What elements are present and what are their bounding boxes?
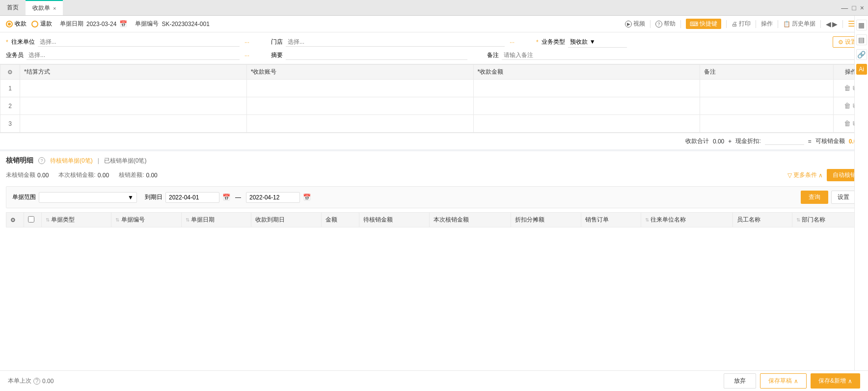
operation-btn[interactable]: 操作: [761, 20, 773, 28]
discount-input[interactable]: [765, 138, 804, 145]
minimize-icon[interactable]: —: [841, 4, 848, 12]
bottom-info-icon[interactable]: ?: [33, 378, 40, 385]
net-label: 可核销金额: [815, 137, 845, 145]
row-amount-3[interactable]: [473, 115, 700, 133]
due-date-to-cal-icon[interactable]: 📅: [303, 194, 311, 201]
refund-radio-dot: [31, 21, 38, 28]
maximize-icon[interactable]: □: [852, 4, 856, 12]
salesperson-label: 业务员: [6, 51, 24, 59]
due-date-label: 到期日: [145, 193, 163, 201]
counterparty-input[interactable]: [38, 37, 240, 47]
shortcut-btn[interactable]: ⌨ 快捷键: [686, 19, 721, 29]
pending-tab[interactable]: 待核销单据(0笔): [50, 157, 93, 165]
bottom-th-checkbox[interactable]: [24, 213, 42, 227]
divider7: [842, 20, 843, 28]
row-settlement-1[interactable]: [20, 80, 247, 97]
tab-home-label: 首页: [7, 3, 19, 12]
current-verify-value: 0.00: [98, 172, 109, 179]
history-btn[interactable]: 📋 历史单据: [783, 20, 815, 28]
verified-tab[interactable]: 已核销单据(0笔): [104, 157, 147, 165]
remark-input[interactable]: [502, 51, 862, 60]
row-account-1[interactable]: [246, 80, 473, 97]
next-arrow[interactable]: ▶: [832, 20, 838, 28]
table-settings-btn[interactable]: ⚙: [0, 65, 20, 80]
due-date-from-input[interactable]: [165, 192, 219, 203]
draft-button[interactable]: 保存草稿 ∧: [760, 373, 807, 389]
diff-label: 核销差额:: [119, 171, 144, 179]
select-all-checkbox[interactable]: [28, 216, 34, 223]
number-field-group: 单据编号 SK-20230324-001: [135, 20, 209, 28]
receipt-table-section: ⚙ *结算方式 *收款账号 *收款金额 备注 操作: [0, 64, 868, 133]
divider1: [650, 20, 651, 28]
current-order-label: 本单上次: [8, 377, 31, 385]
table-row: 3 🗑 ⧉: [0, 115, 868, 133]
video-icon: ▶: [625, 21, 632, 28]
verify-info-icon[interactable]: ?: [38, 157, 45, 164]
due-date-from-cal-icon[interactable]: 📅: [222, 194, 230, 201]
equals-sign: =: [808, 138, 812, 145]
print-btn[interactable]: 🖨 打印: [732, 20, 751, 28]
abandon-button[interactable]: 放弃: [724, 373, 756, 389]
tab-close-icon[interactable]: ×: [53, 5, 56, 11]
more-conditions-btn[interactable]: ▽ 更多条件 ∧: [787, 171, 823, 179]
help-btn[interactable]: ? 帮助: [655, 20, 676, 28]
sidebar-link-icon[interactable]: 🔗: [856, 49, 867, 60]
counterparty-more-btn[interactable]: ···: [243, 39, 251, 46]
row-remark-1[interactable]: [700, 80, 834, 97]
main-content: 收款 退款 单据日期 2023-03-24 📅 单据编号 SK-20230324…: [0, 16, 868, 391]
row-account-2[interactable]: [246, 97, 473, 115]
store-more-btn[interactable]: ···: [508, 39, 516, 46]
summary-input[interactable]: [286, 51, 467, 60]
delete-icon-2[interactable]: 🗑: [844, 102, 851, 110]
list-view-icon[interactable]: ☰: [848, 19, 855, 28]
filter-settings-btn[interactable]: 设置: [831, 191, 856, 204]
row-remark-3[interactable]: [700, 115, 834, 133]
store-input[interactable]: [286, 37, 505, 47]
th-account: *收款账号: [246, 65, 473, 80]
video-btn[interactable]: ▶ 视频: [625, 20, 645, 28]
sidebar-ai-icon[interactable]: Ai: [856, 64, 867, 75]
row-remark-2[interactable]: [700, 97, 834, 115]
business-type-field: * 业务类型 预收款 ▼: [536, 37, 827, 48]
filter-icon: ▽: [787, 172, 792, 179]
verify-stats-row: 未核销金额 0.00 本次核销金额: 0.00 核销差额: 0.00 ▽ 更多条…: [6, 169, 862, 181]
tab-receipt[interactable]: 收款单 ×: [26, 0, 63, 15]
save-new-button[interactable]: 保存&新增 ∧: [811, 373, 860, 389]
row-settlement-2[interactable]: [20, 97, 247, 115]
row-amount-1[interactable]: [473, 80, 700, 97]
receipt-radio[interactable]: 收款: [6, 20, 27, 28]
verify-title-row: 核销明细 ? 待核销单据(0笔) | 已核销单据(0笔): [6, 156, 862, 165]
sidebar-list-icon[interactable]: ▤: [856, 34, 867, 45]
salesperson-input[interactable]: [27, 51, 240, 60]
prev-arrow[interactable]: ◀: [826, 20, 831, 28]
business-type-label: 业务类型: [542, 38, 565, 46]
bottom-th-settings[interactable]: ⚙: [6, 213, 24, 227]
due-date-to-input[interactable]: [246, 192, 300, 203]
query-btn[interactable]: 查询: [801, 191, 828, 204]
sidebar-table-icon[interactable]: ▦: [856, 20, 867, 30]
business-type-select[interactable]: 预收款 ▼: [568, 37, 627, 48]
row-amount-2[interactable]: [473, 97, 700, 115]
tab-home[interactable]: 首页: [0, 0, 26, 15]
date-calendar-icon[interactable]: 📅: [119, 20, 127, 28]
row-settlement-3[interactable]: [20, 115, 247, 133]
range-select[interactable]: ▼: [39, 192, 137, 203]
bottom-th-discount: 折扣分摊额: [511, 213, 581, 227]
delete-icon-3[interactable]: 🗑: [844, 119, 851, 128]
th-amount: *收款金额: [473, 65, 700, 80]
row-num-1: 1: [0, 80, 20, 97]
dropdown-icon: ▼: [590, 38, 596, 45]
store-field: 门店 ···: [271, 37, 516, 47]
th-remark: 备注: [700, 65, 834, 80]
refund-radio[interactable]: 退款: [31, 20, 52, 28]
delete-icon-1[interactable]: 🗑: [844, 84, 851, 92]
gear-icon: ⚙: [838, 39, 843, 46]
number-value[interactable]: SK-20230324-001: [162, 21, 209, 28]
close-icon[interactable]: ×: [860, 4, 864, 12]
date-value[interactable]: 2023-03-24: [86, 21, 116, 28]
row-account-3[interactable]: [246, 115, 473, 133]
salesperson-more-btn[interactable]: ···: [243, 52, 251, 59]
divider4: [756, 20, 756, 28]
radio-group: 收款 退款: [6, 20, 52, 28]
table-row: 1 🗑 ⧉: [0, 80, 868, 97]
